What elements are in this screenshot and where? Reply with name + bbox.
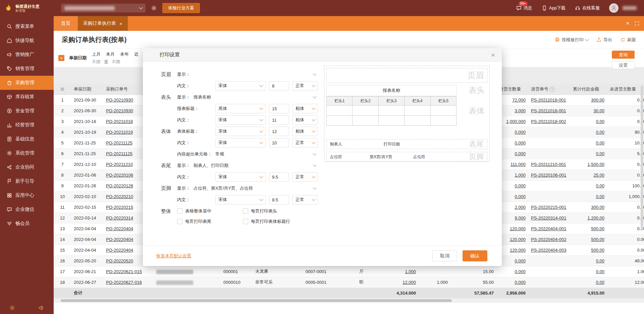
cell-receipt[interactable]: PS-20220404-003 <box>528 245 570 255</box>
cell-po[interactable]: PO-20220627-016 <box>103 277 154 288</box>
sidebar-item-apps[interactable]: 应用中心 <box>0 188 54 202</box>
sidebar-item-nav[interactable]: 快捷导航 <box>0 34 54 48</box>
cell-receipt[interactable]: PS-20211210-001 <box>528 159 570 170</box>
cell-receipt[interactable] <box>528 148 570 159</box>
sidebar-item-wechat[interactable]: 企业微信 <box>0 202 54 216</box>
cell-receipt[interactable]: PS-20220314-001 <box>528 212 570 223</box>
tfoot-size-input[interactable]: 9.5 <box>269 172 289 182</box>
sidebar-item-member[interactable]: 畅会员 <box>0 216 54 231</box>
pagefooter-weight-select[interactable]: 正常 <box>292 195 318 204</box>
cell-paid[interactable]: 300.00 <box>570 95 607 105</box>
refresh-button[interactable]: 刷新 <box>620 37 636 43</box>
pageheader-display-row[interactable]: 显示： <box>177 69 318 80</box>
cell-paid[interactable]: 0.00 <box>570 191 607 202</box>
cell-receipt[interactable]: PS-20220106-001 <box>528 170 570 180</box>
trial-plan-button[interactable]: 体验行业方案 <box>162 3 200 13</box>
checkbox-print-tfoot-every-page[interactable]: 每页打印表尾 <box>177 218 243 225</box>
horizontal-scrollbar-thumb[interactable] <box>61 299 452 302</box>
sidebar-item-info[interactable]: 基础信息 <box>0 132 54 146</box>
cell-paid[interactable]: 1,200.00 <box>570 212 607 223</box>
quick-range-0[interactable]: 上月 <box>92 51 101 57</box>
quick-range-2[interactable]: 本年 <box>120 51 129 57</box>
template-print-button[interactable]: 按模板打印 <box>555 37 588 43</box>
cell-receipt[interactable]: PS-20211018-002 <box>528 116 570 127</box>
cell-paid[interactable]: 300.00 <box>570 202 607 212</box>
cell-paid[interactable]: 0.00 <box>570 148 607 159</box>
restore-defaults-link[interactable]: 恢复本页默认设置 <box>156 253 191 259</box>
tbody-overflow-select[interactable]: 内容超出单元格： 常规 <box>177 148 318 160</box>
horizontal-scrollbar[interactable] <box>54 298 644 303</box>
thead-size-input[interactable]: 11 <box>269 115 289 125</box>
quick-range-1[interactable]: 本月 <box>106 51 115 57</box>
tbody-weight-select[interactable]: 正常 <box>292 138 318 147</box>
cell-qty[interactable]: 12.000 <box>383 277 419 288</box>
user-avatar[interactable] <box>609 3 619 13</box>
quick-range-3[interactable]: 近 <box>134 51 139 57</box>
tab-home[interactable]: 首页 <box>54 16 78 31</box>
cell-paid[interactable]: 25.00 <box>570 170 607 180</box>
cell-receipt[interactable] <box>528 255 570 266</box>
cell-po[interactable]: PO-20220621-015 <box>103 266 154 277</box>
tbody-title-weight-select[interactable]: 粗体 <box>292 127 318 136</box>
pageheader-size-input[interactable]: 8 <box>269 81 289 90</box>
vertical-scrollbar-thumb[interactable] <box>641 86 643 230</box>
workspace-gear-icon[interactable] <box>151 5 157 11</box>
company-selector[interactable] <box>61 4 146 12</box>
date-to-input[interactable]: 不限 <box>112 59 120 65</box>
cell-paid[interactable]: 0.00 <box>570 180 607 191</box>
cell-paid[interactable]: 500.00 <box>570 245 607 255</box>
close-all-tabs-icon[interactable]: × <box>626 20 629 26</box>
cell-paid[interactable]: 0.00 <box>570 277 607 288</box>
sidebar-item-funds[interactable]: 资金管理 <box>0 104 54 118</box>
column-settings-gear-icon[interactable] <box>54 84 71 95</box>
pageheader-font-select[interactable]: 宋体 <box>215 81 266 90</box>
cell-receipt[interactable]: PS-20220404-002 <box>528 234 570 245</box>
cell-paid[interactable]: 0.00 <box>570 116 607 127</box>
date-from-input[interactable]: 不限 <box>92 59 101 65</box>
checkbox-print-thead-every-page[interactable]: 每页打印表头 <box>243 208 320 214</box>
messages-button[interactable]: 99+ 消息 <box>516 5 532 11</box>
cell-receipt[interactable] <box>528 127 570 137</box>
cell-receipt[interactable]: PS-20220404-001 <box>528 223 570 234</box>
thead-weight-select[interactable]: 粗体 <box>292 115 318 125</box>
sidebar-item-guide[interactable]: 新手引导 <box>0 174 54 188</box>
filter-settings-button[interactable]: 设置 <box>612 61 635 69</box>
cell-received[interactable]: 0.000 <box>496 277 528 288</box>
chevron-down-icon[interactable] <box>313 95 316 98</box>
fullscreen-icon[interactable] <box>635 21 639 26</box>
cell-receipt[interactable] <box>528 277 570 288</box>
cell-paid[interactable]: 500.00 <box>570 234 607 245</box>
thead-title-size-input[interactable]: 15 <box>269 104 289 113</box>
sidebar-item-business[interactable]: 经营管理 <box>0 118 54 132</box>
tab-purchase-order-report[interactable]: 采购订单执行表 × <box>78 16 128 31</box>
app-download-button[interactable]: App下载 <box>542 5 566 11</box>
cell-paid[interactable]: 0.00 <box>570 137 607 148</box>
sidebar-item-purchase[interactable]: 采购管理 <box>0 76 54 90</box>
checkbox-print-body-title-every-page[interactable]: 每页打印表体标题行 <box>243 218 320 225</box>
chevron-down-icon[interactable] <box>313 163 316 167</box>
search-button[interactable]: 查询 <box>612 51 635 59</box>
cell-receipt[interactable]: PS-20211018-001 <box>528 105 570 116</box>
tbody-size-input[interactable]: 10 <box>269 138 289 147</box>
pageheader-weight-select[interactable]: 正常 <box>292 81 318 90</box>
cell-receipt[interactable]: PS-20211018-001 <box>528 95 570 105</box>
chevron-down-icon[interactable] <box>313 186 316 189</box>
thead-title-weight-select[interactable]: 粗体 <box>292 104 318 113</box>
vertical-scrollbar[interactable] <box>641 86 643 294</box>
cell-paid[interactable]: 0.00 <box>570 255 607 266</box>
sidebar-item-sales[interactable]: 销售管理 <box>0 62 54 76</box>
sidebar-gear-icon[interactable] <box>9 305 15 311</box>
tfoot-weight-select[interactable]: 正常 <box>292 172 318 182</box>
sidebar-item-collab[interactable]: 企业协同 <box>0 160 54 174</box>
online-service-button[interactable]: 在线客服 <box>575 5 600 11</box>
checkbox-center-table[interactable]: 表格整体居中 <box>177 208 243 214</box>
confirm-button[interactable]: 确认 <box>463 250 487 261</box>
sidebar-audio-icon[interactable] <box>39 305 44 311</box>
cell-paid[interactable]: 1,500.00 <box>570 159 607 170</box>
cell-paid[interactable]: 0.00 <box>570 266 607 277</box>
thead-title-font-select[interactable]: 黑体 <box>215 104 266 113</box>
cell-receipt[interactable]: PS-20220215-001 <box>528 202 570 212</box>
sidebar-item-search[interactable]: 搜索菜单 <box>0 19 54 34</box>
thead-display-row[interactable]: 显示： 报表名称 <box>177 91 318 103</box>
tab-close-icon[interactable]: × <box>119 21 122 26</box>
